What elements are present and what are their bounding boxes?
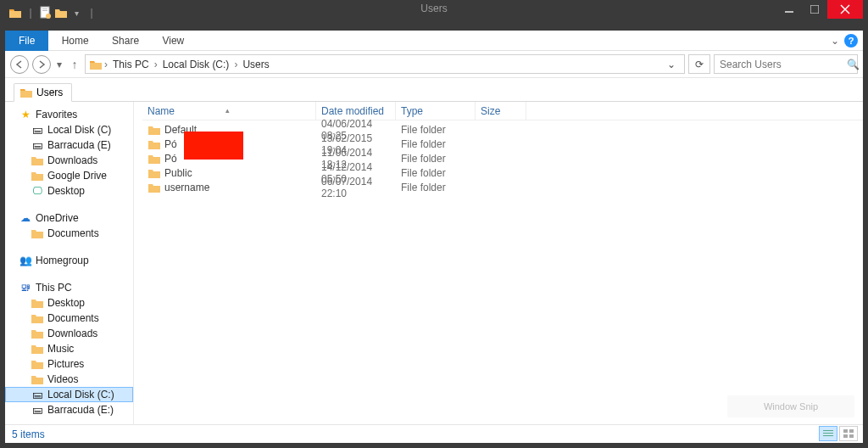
folder-icon bbox=[31, 357, 44, 371]
location-tab-label: Users bbox=[36, 87, 63, 98]
breadcrumb-sep[interactable]: › bbox=[234, 59, 237, 70]
folder-icon bbox=[147, 137, 161, 151]
explorer-body: ★Favorites 🖴Local Disk (C) 🖴Barracuda (E… bbox=[5, 101, 863, 424]
tree-item[interactable]: Pictures bbox=[5, 356, 133, 372]
folder-icon bbox=[31, 311, 44, 325]
col-name[interactable]: Name▴ bbox=[142, 102, 316, 120]
back-button[interactable] bbox=[10, 55, 29, 74]
status-bar: 5 items bbox=[5, 424, 863, 443]
drive-icon: 🖴 bbox=[31, 403, 44, 417]
tab-home[interactable]: Home bbox=[52, 31, 99, 51]
folder-icon bbox=[147, 123, 161, 137]
tree-item[interactable]: Documents bbox=[5, 226, 133, 241]
svg-rect-14 bbox=[849, 434, 854, 438]
ribbon-expand-icon[interactable]: ⌄ bbox=[831, 35, 839, 47]
search-input[interactable] bbox=[720, 59, 847, 70]
folder-icon bbox=[89, 58, 103, 71]
tree-item-selected[interactable]: 🖴Local Disk (C:) bbox=[5, 387, 133, 402]
navigation-bar: ▾ ↑ › This PC › Local Disk (C:) › Users … bbox=[5, 51, 863, 78]
list-item[interactable]: Public 14/12/2014 05:50 File folder bbox=[142, 165, 863, 180]
svg-rect-10 bbox=[823, 435, 833, 436]
refresh-button[interactable]: ⟳ bbox=[688, 54, 710, 74]
tree-homegroup[interactable]: 👥Homegroup bbox=[5, 253, 133, 268]
tree-item[interactable]: Videos bbox=[5, 372, 133, 387]
star-icon: ★ bbox=[19, 108, 32, 121]
folder-icon bbox=[31, 227, 44, 240]
svg-rect-11 bbox=[843, 429, 848, 433]
folder-icon bbox=[31, 372, 44, 386]
breadcrumb-sep[interactable]: › bbox=[104, 59, 108, 70]
window-frame: | ▾ | Users File Home Share View ⌄ ? bbox=[0, 0, 868, 448]
tree-onedrive[interactable]: ☁OneDrive bbox=[5, 210, 133, 226]
ribbon-tabs: File Home Share View ⌄ ? bbox=[5, 31, 863, 51]
tree-item[interactable]: Google Drive bbox=[5, 168, 133, 183]
help-button[interactable]: ? bbox=[844, 34, 858, 48]
title-bar[interactable]: | ▾ | Users bbox=[0, 0, 868, 31]
svg-rect-8 bbox=[823, 430, 833, 431]
desktop-icon: 🖵 bbox=[31, 184, 44, 198]
folder-icon bbox=[31, 169, 44, 182]
tree-favorites[interactable]: ★Favorites bbox=[5, 107, 133, 122]
address-bar[interactable]: › This PC › Local Disk (C:) › Users ⌄ bbox=[85, 54, 685, 74]
list-item[interactable]: username 06/07/2014 22:10 File folder bbox=[142, 180, 863, 194]
breadcrumb[interactable]: Users bbox=[239, 59, 272, 70]
tree-item[interactable]: Downloads bbox=[5, 326, 133, 341]
view-details-button[interactable] bbox=[819, 426, 837, 441]
forward-button[interactable] bbox=[32, 55, 51, 74]
search-icon[interactable]: 🔍 bbox=[847, 59, 860, 70]
close-button[interactable] bbox=[827, 0, 863, 19]
svg-rect-5 bbox=[810, 5, 819, 14]
tree-item[interactable]: Desktop bbox=[5, 295, 133, 311]
window-snip-watermark: Window Snip bbox=[727, 395, 854, 417]
folder-icon bbox=[31, 342, 44, 356]
folder-icon bbox=[147, 152, 161, 165]
tree-item[interactable]: 🖴Barracuda (E:) bbox=[5, 402, 133, 417]
recent-locations-dropdown[interactable]: ▾ bbox=[54, 59, 64, 70]
sort-asc-icon: ▴ bbox=[225, 101, 230, 120]
address-dropdown-icon[interactable]: ⌄ bbox=[662, 59, 681, 70]
drive-icon: 🖴 bbox=[31, 388, 44, 401]
column-headers: Name▴ Date modified Type Size bbox=[142, 102, 863, 120]
list-item[interactable]: Pó 13/02/2015 19:04 File folder bbox=[142, 137, 863, 151]
breadcrumb[interactable]: This PC bbox=[109, 59, 153, 70]
file-tab[interactable]: File bbox=[5, 31, 48, 51]
tab-view[interactable]: View bbox=[152, 31, 194, 51]
list-item[interactable]: Pó 11/06/2014 18:12 File folder bbox=[142, 151, 863, 165]
tree-item[interactable]: 🖵Desktop bbox=[5, 183, 133, 199]
folder-icon bbox=[147, 166, 161, 180]
tree-item[interactable]: Music bbox=[5, 341, 133, 356]
col-type[interactable]: Type bbox=[396, 102, 476, 120]
location-tab[interactable]: Users bbox=[14, 83, 72, 102]
view-icons-button[interactable] bbox=[839, 426, 858, 441]
breadcrumb-sep[interactable]: › bbox=[154, 59, 158, 70]
folder-icon bbox=[19, 86, 33, 99]
col-size[interactable]: Size bbox=[476, 102, 526, 120]
redaction-overlay bbox=[184, 132, 243, 160]
cloud-icon: ☁ bbox=[19, 211, 32, 225]
tree-item[interactable]: 🖴Barracuda (E) bbox=[5, 137, 133, 153]
tab-share[interactable]: Share bbox=[102, 31, 149, 51]
file-list[interactable]: Name▴ Date modified Type Size Default 04… bbox=[134, 102, 863, 424]
window-client-area: File Home Share View ⌄ ? ▾ ↑ › This PC ›… bbox=[5, 31, 863, 443]
tree-item[interactable]: 🖴Local Disk (C) bbox=[5, 122, 133, 137]
nav-tree[interactable]: ★Favorites 🖴Local Disk (C) 🖴Barracuda (E… bbox=[5, 102, 134, 424]
tree-item[interactable]: Downloads bbox=[5, 153, 133, 168]
file-rows: Default 04/06/2014 08:25 File folder Pó … bbox=[142, 122, 863, 194]
list-item[interactable]: Default 04/06/2014 08:25 File folder bbox=[142, 122, 863, 137]
drive-icon: 🖴 bbox=[31, 123, 44, 137]
status-text: 5 items bbox=[12, 428, 45, 440]
tree-item[interactable]: Documents bbox=[5, 311, 133, 326]
maximize-button[interactable] bbox=[802, 0, 827, 19]
svg-rect-9 bbox=[823, 433, 833, 434]
folder-icon bbox=[31, 154, 44, 167]
svg-rect-13 bbox=[843, 434, 848, 438]
folder-icon bbox=[31, 327, 44, 340]
tree-thispc[interactable]: 🖳This PC bbox=[5, 280, 133, 295]
minimize-button[interactable] bbox=[776, 0, 802, 19]
drive-icon: 🖴 bbox=[31, 138, 44, 152]
search-box[interactable]: 🔍 bbox=[714, 54, 858, 74]
window-controls bbox=[776, 0, 863, 19]
svg-rect-4 bbox=[785, 11, 793, 13]
breadcrumb[interactable]: Local Disk (C:) bbox=[159, 59, 233, 70]
up-button[interactable]: ↑ bbox=[68, 58, 81, 71]
